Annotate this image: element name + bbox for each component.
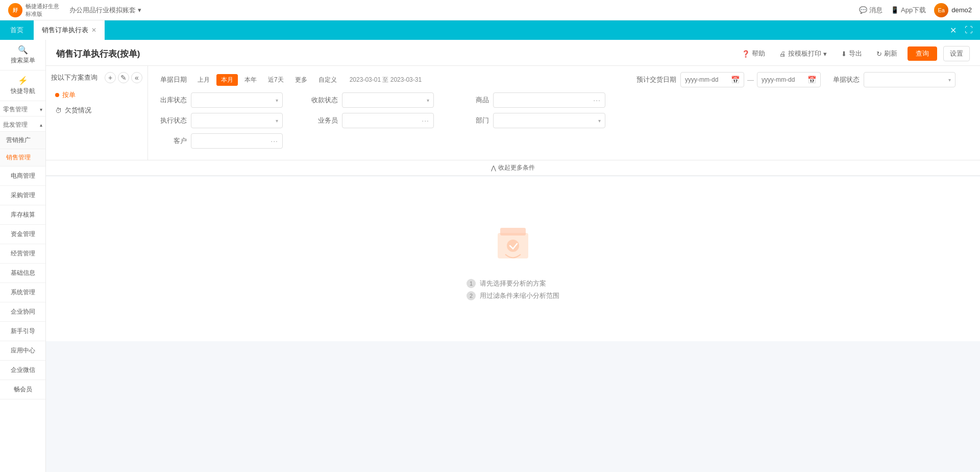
app-download-btn[interactable]: 📱 App下载 — [891, 6, 926, 15]
sidebar-item-marketing[interactable]: 营销推广 — [0, 132, 45, 149]
customer-dots: ··· — [271, 137, 278, 145]
breadcrumb[interactable]: 办公用品行业模拟账套 ▾ — [69, 6, 141, 15]
sidebar-item-quick-nav[interactable]: ⚡ 快捷导航 — [0, 70, 45, 101]
dq-more[interactable]: 更多 — [290, 74, 312, 86]
goods-label: 商品 — [458, 96, 489, 105]
sidebar-section-retail[interactable]: 零售管理 ▾ — [0, 101, 45, 116]
breadcrumb-arrow: ▾ — [138, 6, 141, 14]
dq-this-year[interactable]: 本年 — [240, 74, 261, 86]
top-header: 好 畅捷通好生意 标准版 办公用品行业模拟账套 ▾ 💬 消息 📱 App下载 E… — [0, 0, 980, 20]
sidebar-item-member[interactable]: 畅会员 — [0, 380, 45, 399]
exec-status-select[interactable]: ▾ — [191, 113, 283, 128]
sidebar-item-operations[interactable]: 经营管理 — [0, 244, 45, 264]
search-icon: 🔍 — [18, 45, 28, 55]
dq-last-month[interactable]: 上月 — [193, 74, 214, 86]
sidebar-item-search[interactable]: 🔍 搜索菜单 — [0, 40, 45, 70]
dept-field: 部门 ▾ — [458, 113, 605, 128]
exec-status-label: 执行状态 — [156, 116, 187, 125]
message-btn[interactable]: 💬 消息 — [859, 6, 883, 15]
sidebar-item-enterprise-wechat[interactable]: 企业微信 — [0, 361, 45, 380]
sidebar-item-new-guide[interactable]: 新手引导 — [0, 322, 45, 341]
page-actions: ❓ 帮助 🖨 按模板打印 ▾ ⬇ 导出 ↻ 刷新 — [738, 46, 970, 61]
filter-left-actions: + ✎ « — [105, 72, 142, 83]
tab-label: 销售订单执行表 — [42, 26, 88, 35]
receipt-status-caret: ▾ — [427, 98, 429, 103]
sidebar-item-basic-info[interactable]: 基础信息 — [0, 264, 45, 283]
collapse-text: 收起更多条件 — [498, 163, 535, 172]
salesperson-field: 业务员 ··· — [307, 113, 450, 128]
quick-nav-icon: ⚡ — [18, 76, 28, 85]
user-avatar-area[interactable]: Ea demo2 — [934, 3, 972, 17]
query-btn[interactable]: 查询 — [908, 46, 937, 61]
sidebar-item-ecommerce[interactable]: 电商管理 — [0, 167, 45, 186]
goods-dots: ··· — [593, 96, 601, 104]
avatar: Ea — [934, 3, 948, 17]
sidebar-item-system[interactable]: 系统管理 — [0, 283, 45, 302]
filter-panel: 按以下方案查询 + ✎ « 按单 ⏱ 欠货情况 — [46, 66, 980, 160]
sidebar-item-finance[interactable]: 资金管理 — [0, 225, 45, 244]
tab-home[interactable]: 首页 — [0, 20, 34, 40]
header-right: 💬 消息 📱 App下载 Ea demo2 — [859, 3, 972, 17]
tab-close-window-btn[interactable]: ✕ — [947, 23, 960, 37]
help-btn[interactable]: ❓ 帮助 — [738, 47, 769, 60]
dq-this-month[interactable]: 本月 — [216, 74, 238, 86]
date-from-wrap[interactable]: 📅 — [680, 72, 744, 87]
svg-rect-1 — [500, 228, 526, 235]
owe-item[interactable]: ⏱ 欠货情况 — [51, 103, 142, 118]
sidebar-item-enterprise-collab[interactable]: 企业协同 — [0, 302, 45, 322]
salesperson-select[interactable]: ··· — [342, 113, 434, 128]
date-to-wrap[interactable]: 📅 — [757, 72, 821, 87]
edit-scheme-btn[interactable]: ✎ — [118, 72, 129, 83]
exec-status-caret: ▾ — [276, 118, 278, 124]
sidebar-item-sales-mgmt[interactable]: 销售管理 — [0, 149, 45, 167]
template-print-btn[interactable]: 🖨 按模板打印 ▾ — [775, 47, 831, 60]
refresh-icon: ↻ — [876, 50, 882, 58]
breadcrumb-text: 办公用品行业模拟账套 — [69, 6, 136, 15]
expected-delivery-field: 预计交货日期 📅 — 📅 — [636, 72, 821, 87]
tab-expand-btn[interactable]: ⛶ — [962, 23, 976, 37]
date-to-input[interactable] — [762, 76, 807, 83]
scheme-item-按单[interactable]: 按单 — [51, 87, 142, 103]
logo-area[interactable]: 好 畅捷通好生意 标准版 — [8, 3, 59, 17]
sidebar-section-wholesale[interactable]: 批发管理 ▴ — [0, 116, 45, 132]
expected-delivery-label: 预计交货日期 — [636, 75, 676, 84]
sidebar: 🔍 搜索菜单 ⚡ 快捷导航 零售管理 ▾ 批发管理 ▴ 营销推广 销售管理 电商… — [0, 40, 46, 472]
customer-select[interactable]: ··· — [191, 133, 283, 149]
out-status-select[interactable]: ▾ — [191, 92, 283, 108]
goods-select[interactable]: ··· — [493, 92, 605, 108]
bill-date-field: 单据日期 上月 本月 本年 近7天 更多 自定义 — [156, 74, 341, 86]
dq-custom[interactable]: 自定义 — [314, 74, 341, 86]
out-status-field: 出库状态 ▾ — [156, 92, 299, 108]
customer-label: 客户 — [156, 136, 187, 146]
print-arrow: ▾ — [823, 50, 827, 58]
settings-btn[interactable]: 设置 — [943, 46, 970, 61]
dq-last-7-days[interactable]: 近7天 — [263, 74, 288, 86]
sidebar-item-inventory[interactable]: 库存核算 — [0, 205, 45, 225]
sidebar-item-app-center[interactable]: 应用中心 — [0, 341, 45, 361]
salesperson-label: 业务员 — [307, 116, 338, 125]
dept-label: 部门 — [458, 116, 489, 125]
tab-close-btn[interactable]: ✕ — [91, 27, 96, 34]
bill-status-field: 单据状态 ▾ — [829, 72, 972, 87]
receipt-status-select[interactable]: ▾ — [342, 92, 434, 108]
user-name: demo2 — [951, 6, 972, 14]
bill-date-label: 单据日期 — [156, 75, 187, 84]
refresh-btn[interactable]: ↻ 刷新 — [872, 47, 901, 60]
print-icon: 🖨 — [779, 50, 786, 58]
tab-sales-order-exec[interactable]: 销售订单执行表 ✕ — [34, 20, 105, 40]
date-to-icon: 📅 — [807, 76, 816, 84]
collapse-bar[interactable]: ⋀ 收起更多条件 — [46, 160, 980, 176]
date-from-input[interactable] — [685, 76, 731, 83]
add-scheme-btn[interactable]: + — [105, 72, 116, 83]
sidebar-sub-wholesale: 营销推广 销售管理 — [0, 132, 45, 167]
bill-status-select[interactable]: ▾ — [864, 72, 955, 87]
export-btn[interactable]: ⬇ 导出 — [837, 47, 866, 60]
receipt-status-field: 收款状态 ▾ — [307, 92, 450, 108]
owe-icon: ⏱ — [55, 107, 62, 114]
collapse-scheme-btn[interactable]: « — [131, 72, 142, 83]
export-icon: ⬇ — [841, 50, 847, 58]
dept-select[interactable]: ▾ — [493, 113, 605, 128]
sidebar-item-purchase[interactable]: 采购管理 — [0, 186, 45, 205]
scheme-label: 按以下方案查询 — [51, 73, 97, 82]
page-header: 销售订单执行表(按单) ❓ 帮助 🖨 按模板打印 ▾ ⬇ 导出 — [46, 40, 980, 66]
